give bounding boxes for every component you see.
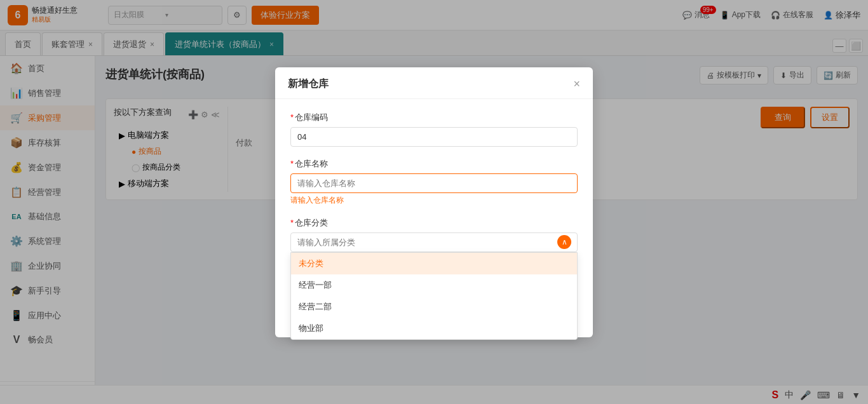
modal-title: 新增仓库 bbox=[288, 77, 329, 91]
name-required-mark: * bbox=[290, 159, 294, 168]
warehouse-name-input[interactable] bbox=[290, 173, 578, 193]
category-required-mark: * bbox=[290, 218, 294, 227]
modal-overlay[interactable]: 新增仓库 × * 仓库编码 * 仓库名称 请输入仓库名称 bbox=[0, 0, 868, 404]
dropdown-item-property[interactable]: 物业部 bbox=[291, 318, 577, 339]
dropdown-item-dept2[interactable]: 经营二部 bbox=[291, 296, 577, 318]
modal-body: * 仓库编码 * 仓库名称 请输入仓库名称 * 仓库分类 bbox=[275, 99, 593, 299]
category-input[interactable] bbox=[290, 232, 578, 252]
warehouse-category-row: * 仓库分类 ∧ 未分类 经营一部 经营二部 物业部 bbox=[290, 217, 578, 252]
code-required-mark: * bbox=[290, 112, 294, 122]
category-dropdown-arrow[interactable]: ∧ bbox=[557, 235, 571, 249]
category-select-wrapper: ∧ bbox=[290, 232, 578, 252]
warehouse-code-row: * 仓库编码 bbox=[290, 112, 578, 147]
category-dropdown-list: 未分类 经营一部 经营二部 物业部 bbox=[290, 252, 578, 340]
modal-header: 新增仓库 × bbox=[275, 67, 593, 99]
dropdown-item-uncategorized[interactable]: 未分类 bbox=[291, 253, 577, 274]
new-warehouse-modal: 新增仓库 × * 仓库编码 * 仓库名称 请输入仓库名称 bbox=[275, 67, 593, 337]
warehouse-code-input[interactable] bbox=[290, 127, 578, 147]
name-label: * 仓库名称 bbox=[290, 158, 578, 170]
name-error-message: 请输入仓库名称 bbox=[290, 195, 578, 206]
warehouse-name-row: * 仓库名称 请输入仓库名称 bbox=[290, 158, 578, 206]
category-label: * 仓库分类 bbox=[290, 217, 578, 229]
dropdown-item-dept1[interactable]: 经营一部 bbox=[291, 274, 577, 296]
modal-close-button[interactable]: × bbox=[573, 77, 580, 91]
code-label: * 仓库编码 bbox=[290, 112, 578, 123]
